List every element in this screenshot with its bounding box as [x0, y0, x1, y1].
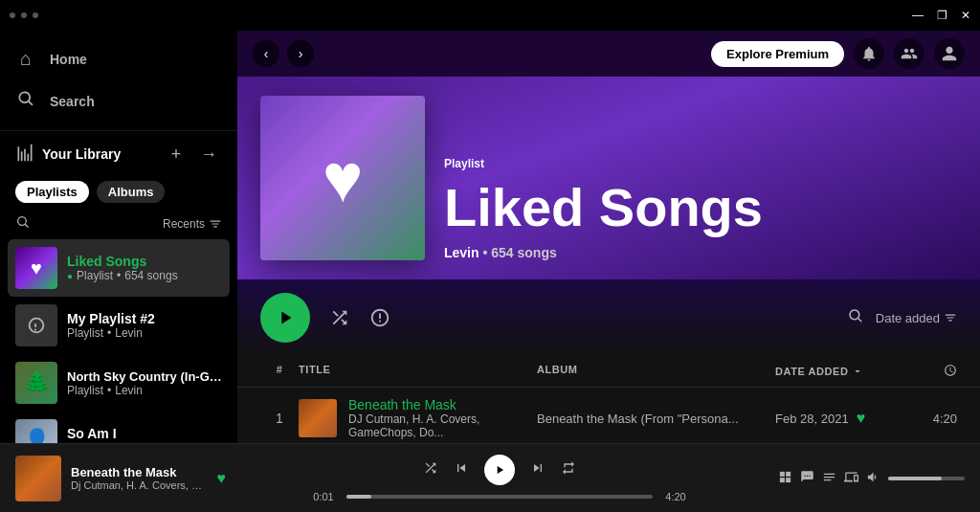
notifications-button[interactable]: [854, 38, 884, 69]
devices-button[interactable]: [844, 470, 858, 487]
expand-library-button[interactable]: →: [195, 141, 222, 167]
player-center: 0:01 4:20: [237, 455, 762, 502]
bottom-player: Beneath the Mask Dj Cutman, H. A. Covers…: [0, 443, 980, 512]
track-text-info: Beneath the Mask DJ Cutman, H. A. Covers…: [348, 397, 537, 439]
queue-button[interactable]: [822, 470, 836, 487]
list-item[interactable]: My Playlist #2 Playlist • Levin: [8, 297, 230, 354]
library-title-area[interactable]: Your Library: [15, 144, 153, 166]
recents-label: Recents: [163, 217, 205, 231]
track-duration: 4:20: [909, 412, 957, 426]
close-button[interactable]: ✕: [961, 9, 970, 22]
sidebar-item-label-home: Home: [50, 52, 87, 67]
now-playing-heart-icon[interactable]: ♥: [217, 470, 227, 487]
green-dot-icon: ●: [67, 271, 73, 281]
col-num: #: [260, 360, 299, 383]
player-next-button[interactable]: [530, 460, 546, 479]
volume-bar-fill: [888, 477, 942, 480]
playlist-controls: Date added: [237, 279, 980, 356]
now-playing-artist: Dj Cutman, H. A. Covers, GameChops, Dodg…: [71, 479, 208, 491]
friends-button[interactable]: [894, 38, 924, 69]
list-item[interactable]: ♥ Liked Songs ● Playlist • 654 songs: [8, 239, 230, 297]
library-icon: [15, 144, 34, 166]
volume-button[interactable]: [866, 470, 880, 487]
liked-songs-name: Liked Songs: [67, 254, 222, 269]
svg-rect-0: [780, 471, 785, 476]
progress-bar-fill: [346, 495, 371, 499]
hero-artwork: ♥: [260, 96, 425, 260]
sidebar: ⌂ Home Search Your Library: [0, 31, 237, 443]
recents-sort-button[interactable]: Recents: [163, 217, 222, 231]
lyrics-button[interactable]: [800, 470, 814, 487]
progress-row: 0:01 4:20: [308, 491, 691, 502]
northsky-art: 🌲: [15, 362, 57, 404]
filter-albums-button[interactable]: Albums: [97, 181, 166, 203]
soami-art: 👤: [15, 419, 57, 443]
now-playing-artwork: [15, 456, 61, 501]
date-added-label: Date added: [876, 311, 940, 325]
player-prev-button[interactable]: [454, 460, 469, 479]
liked-songs-info: Liked Songs ● Playlist • 654 songs: [67, 254, 222, 282]
sidebar-item-search[interactable]: Search: [0, 79, 237, 122]
filter-row: Playlists Albums: [0, 177, 237, 211]
soami-name: So Am I: [67, 426, 222, 441]
library-list: ♥ Liked Songs ● Playlist • 654 songs: [0, 239, 237, 443]
explore-premium-button[interactable]: Explore Premium: [711, 41, 844, 67]
forward-button[interactable]: ›: [287, 40, 314, 67]
playlist2-name: My Playlist #2: [67, 311, 222, 326]
shuffle-button[interactable]: [329, 307, 350, 328]
track-list-container: # Title Album Date added 1: [237, 356, 980, 443]
hero-type: Playlist: [444, 157, 957, 170]
track-art-inner: [299, 399, 337, 437]
hero-meta: Levin • 654 songs: [444, 245, 957, 260]
hero-song-count: 654 songs: [491, 245, 556, 260]
svg-rect-2: [780, 478, 785, 482]
table-row[interactable]: 1 Beneath the Mask DJ Cutman, H. A. Cove…: [237, 391, 980, 443]
header-right: Explore Premium: [711, 38, 965, 69]
maximize-button[interactable]: ❐: [937, 9, 947, 22]
back-button[interactable]: ‹: [253, 40, 279, 67]
player-play-button[interactable]: [484, 455, 515, 485]
nav-section: ⌂ Home Search: [0, 31, 237, 131]
track-artists: DJ Cutman, H. A. Covers, GameChops, Do..…: [348, 412, 537, 439]
total-time: 4:20: [660, 491, 691, 502]
titlebar-dot-1: [10, 12, 15, 18]
now-playing: Beneath the Mask Dj Cutman, H. A. Covers…: [15, 456, 226, 501]
volume-bar[interactable]: [888, 477, 965, 480]
playlist-play-button[interactable]: [260, 293, 310, 343]
now-playing-title: Beneath the Mask: [71, 465, 208, 479]
player-right: [773, 470, 965, 487]
player-controls: [423, 455, 576, 485]
date-added-sort[interactable]: Date added: [876, 311, 957, 325]
player-shuffle-button[interactable]: [423, 460, 438, 479]
col-title: Title: [299, 360, 537, 383]
hero-section: ♥ Playlist Liked Songs Levin • 654 songs: [237, 77, 980, 279]
filter-playlists-button[interactable]: Playlists: [15, 181, 89, 203]
download-button[interactable]: [369, 307, 390, 328]
now-playing-info: Beneath the Mask Dj Cutman, H. A. Covers…: [71, 465, 208, 491]
track-artwork: [299, 399, 337, 437]
sidebar-item-home[interactable]: ⌂ Home: [0, 38, 237, 79]
track-heart-icon: ♥: [857, 410, 866, 427]
track-search-button[interactable]: [847, 307, 864, 329]
search-sort-row: Recents: [0, 211, 237, 239]
library-search-button[interactable]: [15, 214, 31, 234]
track-date: Feb 28, 2021 ♥: [775, 410, 909, 427]
soami-info: So Am I Album • Kurt Hugo Schneider: [67, 426, 222, 443]
now-playing-view-button[interactable]: [778, 470, 792, 487]
add-library-button[interactable]: +: [163, 141, 189, 167]
minimize-button[interactable]: —: [912, 9, 924, 22]
library-title: Your Library: [42, 146, 121, 162]
app-body: ⌂ Home Search Your Library: [0, 31, 980, 443]
main-header: ‹ › Explore Premium: [237, 31, 980, 77]
progress-bar[interactable]: [346, 495, 653, 499]
col-date: Date added: [775, 360, 909, 383]
sidebar-item-label-search: Search: [50, 94, 95, 109]
hero-owner: Levin: [444, 245, 479, 260]
list-item[interactable]: 👤 So Am I Album • Kurt Hugo Schneider: [8, 412, 230, 443]
playlist2-meta: Playlist • Levin: [67, 326, 222, 340]
titlebar-dot-2: [21, 12, 27, 18]
profile-button[interactable]: [934, 38, 965, 69]
playlist2-info: My Playlist #2 Playlist • Levin: [67, 311, 222, 340]
list-item[interactable]: 🌲 North Sky Country (In-Game) Playlist •…: [8, 354, 230, 412]
player-repeat-button[interactable]: [561, 460, 576, 479]
